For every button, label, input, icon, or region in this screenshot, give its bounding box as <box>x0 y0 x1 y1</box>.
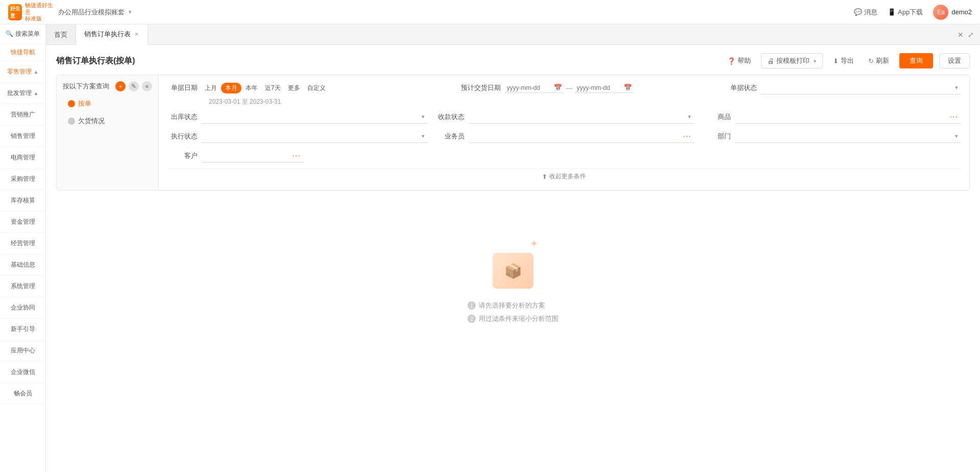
sidebar-item-member[interactable]: 畅会员 <box>0 383 45 405</box>
period-cur-month[interactable]: 本月 <box>221 83 241 93</box>
sidebar-item-system[interactable]: 系统管理 <box>0 276 45 297</box>
empty-state: 📦 ✦ 1 请先选择要分析的方案 2 用过滤条件来缩小分析范围 <box>56 197 970 366</box>
salesman-select[interactable]: ··· <box>469 130 695 143</box>
sidebar-search-label: 搜索菜单 <box>15 30 40 37</box>
main-layout: 🔍 搜索菜单 快捷导航 零售管理 ▲ 批发管理 ▲ 营销推广 销售管理 电商管理… <box>0 25 980 472</box>
page-title-bar: 销售订单执行表(按单) ❓ 帮助 🖨 按模板打印 ▾ ⬇ 导出 <box>56 53 970 68</box>
expected-date-end-input[interactable] <box>577 84 623 91</box>
goods-select[interactable]: ··· <box>735 110 961 124</box>
department-select[interactable]: ▾ <box>735 130 961 143</box>
template-print-btn[interactable]: 🖨 按模板打印 ▾ <box>761 53 823 68</box>
collapse-btn[interactable]: ⬆ 收起更多条件 <box>542 172 586 181</box>
period-7days[interactable]: 近7天 <box>262 83 284 93</box>
outbound-select[interactable]: ▾ <box>202 110 428 124</box>
sidebar-item-finance[interactable]: 资金管理 <box>0 211 45 233</box>
period-more[interactable]: 更多 <box>285 83 303 93</box>
app-download-btn[interactable]: 📱 App下载 <box>888 8 923 17</box>
sidebar-item-wechat[interactable]: 企业微信 <box>0 362 45 383</box>
tip-num-1: 1 <box>468 301 476 310</box>
sidebar-item-purchase[interactable]: 采购管理 <box>0 169 45 190</box>
empty-icon-wrap: 📦 ✦ <box>487 238 538 289</box>
collapse-scheme-btn[interactable]: « <box>142 81 152 91</box>
sidebar-item-operations[interactable]: 经营管理 <box>0 233 45 254</box>
sidebar-item-ecom[interactable]: 电商管理 <box>0 147 45 169</box>
date-range-display: 2023-03-01 至 2023-03-31 <box>209 98 281 106</box>
sidebar-item-inventory[interactable]: 库存核算 <box>0 190 45 211</box>
add-scheme-btn[interactable]: ＋ <box>115 81 126 91</box>
doc-status-arrow: ▾ <box>955 84 958 91</box>
sidebar-wholesale-label: 批发管理 <box>7 89 32 98</box>
tab-home[interactable]: 首页 <box>46 25 76 44</box>
tab-sales-exec[interactable]: 销售订单执行表 × <box>76 25 148 45</box>
goods-dots[interactable]: ··· <box>950 112 958 122</box>
receipt-arrow: ▾ <box>688 113 691 120</box>
sidebar-retail-label: 零售管理 <box>7 67 32 76</box>
tip-text-2: 用过滤条件来缩小分析范围 <box>479 312 558 325</box>
doc-status-select[interactable]: ▾ <box>761 81 961 95</box>
sidebar-search[interactable]: 🔍 搜索菜单 <box>0 25 45 44</box>
user-info[interactable]: Ea demo2 <box>933 5 972 20</box>
export-btn[interactable]: ⬇ 导出 <box>829 54 858 67</box>
filter-date-field: 单据日期 上月 本月 本年 近7天 更多 自定义 <box>167 83 454 93</box>
date-separator: — <box>564 84 575 92</box>
sidebar-item-wholesale[interactable]: 批发管理 ▲ <box>0 83 45 104</box>
sidebar-quick-nav[interactable]: 快捷导航 <box>0 44 45 61</box>
customer-dots[interactable]: ··· <box>292 151 301 160</box>
filter-exec-status-field: 执行状态 ▾ <box>167 130 428 143</box>
expected-date-end-icon[interactable]: 📅 <box>624 84 632 91</box>
app-download-label: App下载 <box>898 8 923 17</box>
export-icon: ⬇ <box>833 57 839 65</box>
period-prev-month[interactable]: 上月 <box>202 83 220 93</box>
edit-scheme-btn[interactable]: ✎ <box>129 81 139 91</box>
header-dropdown-icon[interactable]: ▾ <box>129 9 132 15</box>
department-label: 部门 <box>700 132 731 141</box>
date-label: 单据日期 <box>167 83 198 92</box>
filter-department-field: 部门 ▾ <box>700 130 961 143</box>
refresh-btn[interactable]: ↻ 刷新 <box>864 54 893 67</box>
page-content: 销售订单执行表(按单) ❓ 帮助 🖨 按模板打印 ▾ ⬇ 导出 <box>46 45 980 472</box>
exec-status-select[interactable]: ▾ <box>202 130 428 143</box>
sidebar-item-retail[interactable]: 零售管理 ▲ <box>0 61 45 83</box>
doc-status-label: 单据状态 <box>726 83 757 92</box>
tab-close-action[interactable]: ✕ <box>958 31 964 39</box>
filter-panel: 按以下方案查询 ＋ ✎ « 按单 欠货情况 <box>56 75 970 191</box>
query-btn[interactable]: 查询 <box>899 53 933 68</box>
period-custom[interactable]: 自定义 <box>304 83 329 93</box>
collapse-bar: ⬆ 收起更多条件 <box>167 169 961 184</box>
tab-sales-exec-close[interactable]: × <box>134 30 139 38</box>
message-btn[interactable]: 💬 消息 <box>854 8 877 17</box>
tab-expand-action[interactable]: ⤢ <box>968 31 974 39</box>
expected-date-start-icon[interactable]: 📅 <box>554 84 562 91</box>
sub-menu-by-debt[interactable]: 欠货情况 <box>63 113 152 129</box>
sidebar-item-newbie[interactable]: 新手引导 <box>0 319 45 340</box>
top-header: 好生意 畅捷通好生意 标准版 办公用品行业模拟账套 ▾ 💬 消息 📱 App下载… <box>0 0 980 25</box>
filter-scheme-panel: 按以下方案查询 ＋ ✎ « 按单 欠货情况 <box>57 75 159 190</box>
sidebar-item-basic[interactable]: 基础信息 <box>0 254 45 276</box>
tab-bar: 首页 销售订单执行表 × ✕ ⤢ <box>46 25 980 45</box>
sidebar-item-enterprise[interactable]: 企业协同 <box>0 297 45 319</box>
sidebar-item-appstore[interactable]: 应用中心 <box>0 340 45 362</box>
receipt-select[interactable]: ▾ <box>469 110 695 124</box>
period-cur-year[interactable]: 本年 <box>242 83 261 93</box>
sub-menu-by-order[interactable]: 按单 <box>63 96 152 112</box>
settings-btn[interactable]: 设置 <box>939 53 970 68</box>
customer-select[interactable]: ··· <box>202 149 304 162</box>
empty-sparkle: ✦ <box>530 238 538 250</box>
expected-date-start-input[interactable] <box>507 84 553 91</box>
by-debt-label: 欠货情况 <box>78 116 105 126</box>
empty-box-face: 📦 <box>504 263 522 279</box>
filter-row-3: 执行状态 ▾ 业务员 ··· <box>167 130 961 143</box>
help-label: 帮助 <box>738 56 751 65</box>
salesman-dots[interactable]: ··· <box>683 132 691 141</box>
filter-left-header: 按以下方案查询 ＋ ✎ « <box>63 81 152 91</box>
tab-sales-exec-label: 销售订单执行表 <box>84 30 131 39</box>
refresh-label: 刷新 <box>876 56 889 65</box>
sidebar-item-marketing[interactable]: 营销推广 <box>0 104 45 126</box>
logo-icon: 好生意 <box>8 4 22 20</box>
collapse-up-icon: ⬆ <box>542 173 547 180</box>
message-icon: 💬 <box>854 8 862 16</box>
help-btn[interactable]: ❓ 帮助 <box>723 54 755 67</box>
sidebar-item-sales[interactable]: 销售管理 <box>0 126 45 147</box>
app-download-icon: 📱 <box>888 8 896 16</box>
sidebar-wholesale-expand: ▲ <box>34 90 39 96</box>
